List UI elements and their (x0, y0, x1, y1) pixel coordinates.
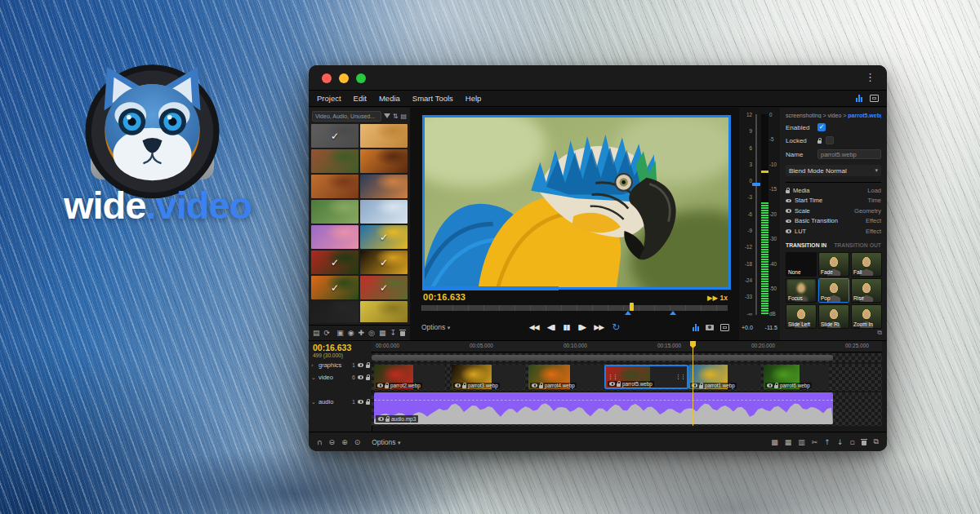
transition-rise[interactable]: Rise (851, 278, 882, 303)
clip-parrot3[interactable]: parrot3.webp (452, 365, 524, 389)
webcam-icon[interactable]: ◉ (348, 329, 354, 337)
eye-icon[interactable] (358, 400, 363, 404)
eye-icon[interactable] (358, 375, 363, 379)
popout-icon[interactable] (720, 324, 729, 331)
track-header-audio[interactable]: ⌄audio 1 (311, 398, 370, 405)
audio-monitor-icon[interactable] (856, 95, 862, 102)
import-icon[interactable]: ↧ (390, 329, 396, 337)
lock-icon[interactable] (462, 385, 466, 388)
step-back-button[interactable]: ◀▮ (547, 323, 555, 331)
lock-icon[interactable] (366, 377, 370, 380)
transition-fall[interactable]: Fall (851, 252, 882, 277)
sync-icon[interactable]: ⟳ (324, 329, 331, 337)
skip-end-button[interactable]: ▶▶ (594, 323, 604, 331)
media-thumb-stone-cairn-peaks[interactable] (360, 200, 408, 224)
transition-slide-left[interactable]: Slide Left (786, 304, 817, 329)
close-window-button[interactable] (322, 73, 332, 83)
trash-icon[interactable] (862, 439, 867, 445)
crop-handle[interactable] (422, 286, 559, 290)
audio-monitor-icon[interactable] (693, 324, 699, 331)
track-header-video[interactable]: ⌄video 6 (311, 374, 370, 381)
media-thumb-desert-dune[interactable] (360, 124, 408, 148)
transition-none[interactable]: None (786, 252, 817, 277)
lock-icon[interactable] (385, 419, 390, 422)
fullscreen-icon[interactable] (870, 95, 879, 102)
track-header-graphics[interactable]: ›graphics 1 (311, 361, 370, 369)
camera-icon[interactable]: ▣ (336, 329, 344, 337)
eye-icon[interactable] (358, 363, 363, 367)
zoom-out-icon[interactable]: ⊖ (329, 438, 336, 446)
zoom-in-icon[interactable]: ⊕ (341, 438, 348, 446)
media-thumb-lake-sunset-canoe[interactable] (360, 175, 408, 198)
property-row-start-time[interactable]: Start TimeTime (786, 196, 881, 206)
graphics-clip[interactable] (372, 355, 833, 361)
timeline-options-dropdown[interactable]: Options ▾ (372, 438, 400, 446)
loop-button[interactable]: ↻ (612, 321, 620, 333)
minimize-window-button[interactable] (339, 73, 349, 83)
move-down-icon[interactable]: ↓ (837, 438, 844, 446)
lock-icon[interactable] (366, 401, 370, 405)
add-media-icon[interactable]: ✚ (359, 329, 365, 337)
media-thumb-antelope-canyon[interactable] (360, 149, 408, 173)
step-forward-button[interactable]: ▮▶ (577, 323, 586, 331)
media-thumb-red-macaw-green[interactable]: ✓ (311, 250, 359, 274)
sort-icon[interactable]: ⇅ (393, 113, 399, 120)
media-thumb-canyon-arches[interactable] (311, 175, 359, 198)
list-view-icon[interactable]: ▤ (313, 329, 320, 337)
in-point-marker[interactable] (625, 311, 631, 315)
media-thumb-red-macaw-closeup[interactable]: ✓ (360, 276, 408, 299)
media-search-input[interactable]: Video, Audio, Unused... (312, 111, 381, 122)
snapshot-icon[interactable] (706, 325, 714, 330)
lock-icon[interactable] (385, 385, 389, 388)
media-thumb-yellow-field[interactable] (360, 301, 408, 322)
record-icon[interactable]: ◎ (368, 329, 375, 337)
maximize-window-button[interactable] (356, 73, 366, 83)
menu-media[interactable]: Media (379, 94, 400, 103)
film-icon[interactable]: ▦ (785, 438, 792, 446)
pause-button[interactable]: ▮▮ (564, 323, 570, 331)
move-up-icon[interactable]: ↑ (824, 438, 831, 446)
eye-icon[interactable] (532, 383, 537, 388)
enabled-checkbox[interactable]: ✓ (817, 123, 826, 131)
menu-help[interactable]: Help (466, 94, 482, 103)
lock-icon[interactable] (617, 383, 621, 387)
menu-smart-tools[interactable]: Smart Tools (412, 94, 453, 103)
clip-parrot6[interactable]: parrot6.webp (764, 365, 829, 389)
property-row-scale[interactable]: ScaleGeometry (786, 206, 881, 216)
name-input[interactable] (817, 149, 881, 159)
group-icon[interactable]: ▤ (400, 113, 407, 120)
media-thumb-rainbow-lorikeets[interactable]: ✓ (311, 276, 359, 299)
lock-icon[interactable] (699, 385, 703, 388)
transition-focus[interactable]: Focus (786, 278, 817, 303)
clip-parrot1[interactable]: parrot1.webp (688, 365, 760, 389)
eye-icon[interactable] (378, 417, 384, 421)
expand-panel-icon[interactable]: ⧉ (877, 329, 882, 337)
media-thumb-flying-macaw-dark[interactable]: ✓ (360, 250, 408, 274)
popout-icon[interactable]: ⧉ (874, 437, 879, 446)
lock-icon[interactable] (774, 385, 778, 388)
transition-pop[interactable]: Pop (818, 278, 849, 303)
filter-icon[interactable] (384, 113, 390, 118)
preview-options-dropdown[interactable]: Options ▾ (421, 323, 450, 331)
media-thumb-gray-placeholder[interactable]: ✓ (311, 124, 359, 148)
media-thumb-green-mountain[interactable] (311, 200, 359, 224)
out-point-marker[interactable] (670, 311, 676, 315)
magnet-icon[interactable]: ∩ (317, 438, 323, 446)
gain-slider[interactable] (755, 114, 757, 315)
add-folder-icon[interactable]: ▩ (771, 438, 778, 446)
property-row-lut[interactable]: LUTEffect (786, 226, 881, 237)
scrubber-playhead[interactable] (630, 303, 634, 311)
film-icon[interactable]: ▦ (379, 329, 386, 337)
eye-icon[interactable] (609, 382, 615, 386)
eye-icon[interactable] (767, 383, 773, 388)
lock-icon[interactable] (366, 365, 370, 368)
transition-slide-ri[interactable]: Slide Ri (818, 304, 849, 329)
media-thumb-red-rock-valley[interactable] (311, 149, 359, 173)
media-thumb-lavender-sunset[interactable] (311, 225, 359, 249)
locked-checkbox[interactable] (826, 136, 834, 144)
window-menu-icon[interactable]: ⋮ (865, 71, 875, 83)
trash-icon[interactable] (400, 330, 406, 336)
cut-icon[interactable]: ✂ (812, 438, 818, 446)
clip-trim-handle-right[interactable]: ⋮⋮ (675, 374, 685, 379)
property-row-basic-transition[interactable]: Basic TransitionEffect (786, 216, 881, 227)
